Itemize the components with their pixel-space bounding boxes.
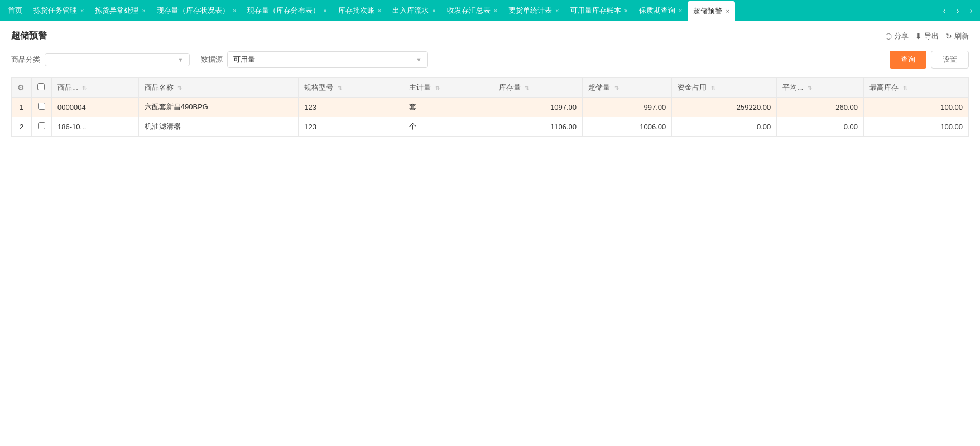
cell-max-stock: 100.00 <box>864 117 969 137</box>
sort-icon: ⇅ <box>435 85 440 91</box>
sort-icon: ⇅ <box>903 85 907 91</box>
export-button[interactable]: ⬇ 导出 <box>915 31 939 41</box>
nav-more-arrow[interactable]: › <box>964 0 978 21</box>
nav-item-inout-flow[interactable]: 出入库流水 × <box>387 0 441 21</box>
cell-capital-occupy: 259220.00 <box>672 98 777 117</box>
close-icon[interactable]: × <box>80 7 84 14</box>
product-category-label: 商品分类 <box>11 55 40 65</box>
cell-max-stock: 100.00 <box>864 98 969 117</box>
nav-item-task-mgmt[interactable]: 拣货任务管理 × <box>28 0 89 21</box>
close-icon[interactable]: × <box>142 7 145 14</box>
row-num: 1 <box>12 98 32 117</box>
sort-icon: ⇅ <box>711 85 715 91</box>
settings-button[interactable]: 设置 <box>931 51 969 69</box>
cell-stock-qty: 1097.00 <box>493 98 582 117</box>
header-actions: ⬡ 分享 ⬇ 导出 ↻ 刷新 <box>885 31 969 41</box>
nav-item-stock-dist[interactable]: 现存量（库存分布表） × <box>242 0 332 21</box>
sort-icon: ⇅ <box>808 85 812 91</box>
nav-item-recv-send[interactable]: 收发存汇总表 × <box>441 0 503 21</box>
datasource-value: 可用量 <box>233 55 255 65</box>
row-num: 2 <box>12 117 32 137</box>
cell-stock-qty: 1106.00 <box>493 117 582 137</box>
nav-item-quality-check[interactable]: 保质期查询 × <box>633 0 688 21</box>
close-icon[interactable]: × <box>378 7 381 14</box>
data-table: ⚙ 商品... ⇅ 商品名称 ⇅ 规格型号 ⇅ 主计量 <box>11 77 969 137</box>
close-icon[interactable]: × <box>679 7 682 14</box>
cell-avg: 0.00 <box>777 117 864 137</box>
filter-datasource: 数据源 可用量 ▼ <box>201 51 428 68</box>
chevron-down-icon: ▼ <box>416 56 422 63</box>
cell-overstock-qty: 1006.00 <box>582 117 671 137</box>
cell-unit: 个 <box>403 117 493 137</box>
th-unit[interactable]: 主计量 ⇅ <box>403 78 493 98</box>
row-checkbox-cell[interactable] <box>32 117 52 137</box>
row-checkbox[interactable] <box>38 122 45 129</box>
sort-icon: ⇅ <box>525 85 529 91</box>
filter-actions: 查询 设置 <box>890 51 969 69</box>
datasource-label: 数据源 <box>201 55 223 65</box>
filter-product-category: 商品分类 ▼ <box>11 53 190 66</box>
th-avg[interactable]: 平均... ⇅ <box>777 78 864 98</box>
datasource-select[interactable]: 可用量 ▼ <box>227 51 428 68</box>
sort-icon: ⇅ <box>82 85 87 91</box>
cell-product-name: 机油滤清器 <box>138 117 299 137</box>
nav-item-batch-ledger[interactable]: 库存批次账 × <box>333 0 387 21</box>
nav-item-stock-status[interactable]: 现存量（库存状况表） × <box>151 0 242 21</box>
th-product-name[interactable]: 商品名称 ⇅ <box>138 78 299 98</box>
gear-icon[interactable]: ⚙ <box>17 83 25 92</box>
page-header: 超储预警 ⬡ 分享 ⬇ 导出 ↻ 刷新 <box>11 30 969 42</box>
th-overstock-qty[interactable]: 超储量 ⇅ <box>582 78 671 98</box>
nav-item-exception[interactable]: 拣货异常处理 × <box>89 0 151 21</box>
refresh-button[interactable]: ↻ 刷新 <box>945 31 969 41</box>
th-gear[interactable]: ⚙ <box>12 78 32 98</box>
nav-item-overstock-warning[interactable]: 超储预警 × <box>688 1 734 21</box>
query-button[interactable]: 查询 <box>890 51 926 69</box>
refresh-icon: ↻ <box>945 32 952 41</box>
cell-spec: 123 <box>299 117 403 137</box>
nav-next-arrow[interactable]: › <box>951 0 964 21</box>
table-row: 1 0000004 六配套新昌490BPG 123 套 1097.00 997.… <box>12 98 969 117</box>
th-max-stock[interactable]: 最高库存 ⇅ <box>864 78 969 98</box>
cell-spec: 123 <box>299 98 403 117</box>
export-icon: ⬇ <box>915 32 922 41</box>
share-icon: ⬡ <box>885 32 892 41</box>
close-icon[interactable]: × <box>555 7 559 14</box>
row-checkbox-cell[interactable] <box>32 98 52 117</box>
row-checkbox[interactable] <box>38 103 45 110</box>
table-body: 1 0000004 六配套新昌490BPG 123 套 1097.00 997.… <box>12 98 969 137</box>
table-row: 2 186-10... 机油滤清器 123 个 1106.00 1006.00 … <box>12 117 969 137</box>
close-icon[interactable]: × <box>323 7 326 14</box>
table-header-row: ⚙ 商品... ⇅ 商品名称 ⇅ 规格型号 ⇅ 主计量 <box>12 78 969 98</box>
cell-overstock-qty: 997.00 <box>582 98 671 117</box>
select-all-checkbox[interactable] <box>37 83 45 90</box>
th-capital-occupy[interactable]: 资金占用 ⇅ <box>672 78 777 98</box>
cell-product-code: 186-10... <box>52 117 139 137</box>
sort-icon: ⇅ <box>614 85 619 91</box>
nav-item-available-ledger[interactable]: 可用量库存账本 × <box>565 0 633 21</box>
th-checkbox[interactable] <box>32 78 52 98</box>
chevron-down-icon: ▼ <box>177 56 184 63</box>
cell-unit: 套 <box>403 98 493 117</box>
nav-item-home[interactable]: 首页 <box>2 0 28 21</box>
th-spec[interactable]: 规格型号 ⇅ <box>299 78 403 98</box>
close-icon[interactable]: × <box>233 7 236 14</box>
sort-icon: ⇅ <box>338 85 342 91</box>
close-icon[interactable]: × <box>726 8 729 14</box>
share-button[interactable]: ⬡ 分享 <box>885 31 909 41</box>
filter-row: 商品分类 ▼ 数据源 可用量 ▼ 查询 设置 <box>11 51 969 69</box>
nav-prev-arrow[interactable]: ‹ <box>938 0 951 21</box>
th-product-code[interactable]: 商品... ⇅ <box>52 78 139 98</box>
cell-avg: 260.00 <box>777 98 864 117</box>
th-stock-qty[interactable]: 库存量 ⇅ <box>493 78 582 98</box>
page-title: 超储预警 <box>11 30 47 42</box>
page-content: 超储预警 ⬡ 分享 ⬇ 导出 ↻ 刷新 商品分类 ▼ 数据源 <box>0 21 980 146</box>
nav-item-order-stats[interactable]: 要货单统计表 × <box>503 0 564 21</box>
product-category-select[interactable]: ▼ <box>45 53 190 66</box>
nav-bar: 首页 拣货任务管理 × 拣货异常处理 × 现存量（库存状况表） × 现存量（库存… <box>0 0 980 21</box>
close-icon[interactable]: × <box>494 7 497 14</box>
cell-product-code: 0000004 <box>52 98 139 117</box>
close-icon[interactable]: × <box>624 7 628 14</box>
cell-capital-occupy: 0.00 <box>672 117 777 137</box>
cell-product-name: 六配套新昌490BPG <box>138 98 299 117</box>
close-icon[interactable]: × <box>432 7 435 14</box>
